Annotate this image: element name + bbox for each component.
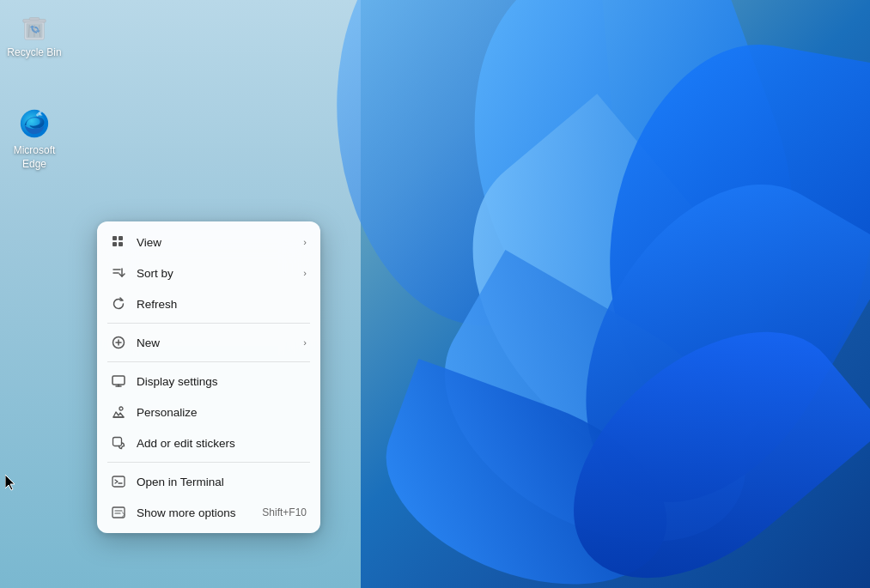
svg-rect-9 — [113, 236, 117, 240]
mouse-cursor — [5, 475, 17, 492]
refresh-icon — [111, 296, 126, 312]
context-menu: View › Sort by › — [97, 221, 320, 533]
svg-rect-17 — [113, 476, 125, 487]
desktop[interactable]: Recycle Bin — [0, 0, 870, 588]
svg-rect-14 — [113, 376, 125, 385]
microsoft-edge-icon[interactable]: Microsoft Edge — [0, 103, 69, 174]
svg-rect-12 — [119, 242, 123, 246]
stickers-icon — [111, 435, 126, 451]
separator-1 — [107, 323, 310, 324]
menu-item-personalize[interactable]: Personalize — [97, 397, 320, 427]
menu-item-add-edit-stickers[interactable]: Add or edit stickers — [97, 427, 320, 458]
edge-label: Microsoft Edge — [3, 144, 65, 171]
view-label: View — [137, 236, 293, 249]
more-options-icon — [111, 505, 126, 520]
view-icon — [111, 234, 126, 250]
add-edit-stickers-label: Add or edit stickers — [137, 437, 307, 450]
personalize-icon — [111, 404, 126, 420]
recycle-bin-image — [17, 9, 52, 43]
sort-by-label: Sort by — [137, 267, 293, 280]
terminal-icon — [111, 474, 126, 489]
menu-item-view[interactable]: View › — [97, 227, 320, 258]
separator-2 — [107, 361, 310, 362]
refresh-label: Refresh — [137, 298, 307, 311]
display-icon — [111, 373, 126, 389]
new-icon — [111, 335, 126, 350]
show-more-options-shortcut: Shift+F10 — [262, 506, 307, 518]
recycle-bin-label: Recycle Bin — [7, 46, 61, 60]
wallpaper-petals — [269, 0, 870, 588]
personalize-label: Personalize — [137, 406, 307, 419]
show-more-options-label: Show more options — [137, 506, 252, 519]
view-arrow: › — [303, 237, 307, 247]
svg-rect-16 — [113, 438, 122, 446]
recycle-bin-icon[interactable]: Recycle Bin — [0, 5, 69, 64]
open-terminal-label: Open in Terminal — [137, 476, 307, 488]
menu-item-refresh[interactable]: Refresh — [97, 288, 320, 319]
menu-item-sort-by[interactable]: Sort by › — [97, 258, 320, 288]
menu-item-show-more-options[interactable]: Show more options Shift+F10 — [97, 497, 320, 528]
new-label: New — [137, 336, 293, 349]
svg-rect-11 — [113, 242, 117, 246]
edge-image — [17, 106, 52, 141]
menu-item-display-settings[interactable]: Display settings — [97, 366, 320, 397]
separator-3 — [107, 462, 310, 463]
menu-item-new[interactable]: New › — [97, 327, 320, 358]
svg-point-15 — [119, 407, 123, 410]
display-settings-label: Display settings — [137, 375, 307, 388]
sort-arrow: › — [303, 268, 307, 278]
svg-rect-10 — [119, 236, 123, 240]
menu-item-open-terminal[interactable]: Open in Terminal — [97, 466, 320, 497]
svg-rect-3 — [29, 18, 39, 21]
sort-icon — [111, 265, 126, 281]
new-arrow: › — [303, 337, 307, 348]
